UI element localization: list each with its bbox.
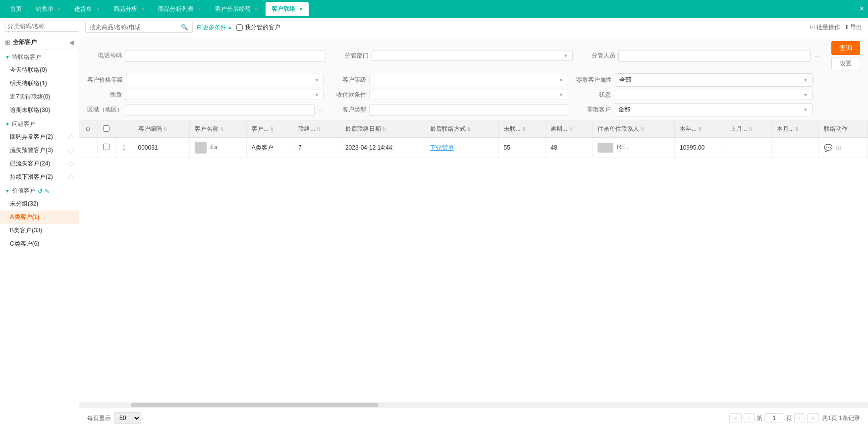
phone-input[interactable]: [125, 50, 326, 62]
sidebar-all-customers-label: 全部客户: [13, 38, 69, 47]
row-contact-count: 7: [293, 138, 340, 158]
query-button[interactable]: 查询: [831, 41, 860, 55]
manager-input[interactable]: [618, 50, 811, 62]
close-analysis-list-icon[interactable]: ×: [198, 6, 201, 12]
sidebar-item-tomorrow[interactable]: 明天待联络(1): [0, 77, 79, 90]
close-sales-icon[interactable]: ×: [57, 6, 60, 12]
scrollbar-thumb[interactable]: [131, 403, 379, 407]
grid-action-icon[interactable]: ⊞: [835, 144, 841, 152]
sidebar-section-problem[interactable]: ▼ 问题客户: [0, 117, 79, 130]
filter-dept: 分管部门 ▼: [334, 51, 573, 61]
close-purchase-icon[interactable]: ×: [96, 6, 99, 12]
payment-select[interactable]: ▼: [369, 90, 568, 100]
sort-last-method-icon[interactable]: ⇅: [467, 127, 471, 132]
sort-overdue-icon[interactable]: ⇅: [569, 127, 573, 132]
nature-select[interactable]: ▼: [125, 90, 324, 100]
export-icon: ⬆: [844, 24, 849, 31]
horizontal-scrollbar[interactable]: [79, 402, 868, 408]
filter-nature: 性质 ▼: [87, 90, 324, 100]
row-checkbox[interactable]: [103, 144, 109, 150]
main-container: 🔍 ⊞ 全部客户 ◀ ▼ 待联络客户 今天待联络(0) 明天待联络(1) 近7天…: [0, 18, 868, 428]
my-customers-filter[interactable]: 我分管的客户: [236, 23, 280, 32]
price-level-select[interactable]: ▼: [126, 75, 324, 85]
sidebar-item-class-a[interactable]: A类客户(1): [0, 211, 79, 224]
more-conditions-btn[interactable]: ⊟ 更多条件 ▲: [197, 23, 232, 32]
sidebar-item-today[interactable]: 今天待联络(0): [0, 63, 79, 77]
sidebar-item-class-b[interactable]: B类客户(33): [0, 224, 79, 237]
row-actions-cell: 💬 ⊞: [819, 138, 868, 158]
sidebar-section-pending[interactable]: ▼ 待联络客户: [0, 50, 79, 63]
sort-contact-icon[interactable]: ⇅: [317, 127, 321, 132]
first-page-btn[interactable]: «: [729, 413, 742, 423]
phone-label: 电话号码: [87, 52, 122, 60]
nav-item-sales[interactable]: 销售单 ×: [30, 2, 66, 16]
batch-ops-btn[interactable]: ☑ 批量操作: [810, 23, 840, 32]
sidebar-collapse-icon[interactable]: ◀: [69, 39, 74, 46]
col-name: 客户名称 ⇅: [190, 121, 247, 138]
sidebar-item-abnormal[interactable]: 回购异常客户(2) ⓘ: [0, 130, 79, 144]
search-icon[interactable]: 🔍: [181, 24, 188, 31]
sort-name-icon[interactable]: ⇅: [220, 127, 224, 132]
settings-button[interactable]: 设置: [831, 57, 860, 70]
sort-code-icon[interactable]: ⇅: [163, 127, 167, 132]
nav-item-customer-mgmt[interactable]: 客户分层经营 ×: [209, 2, 264, 16]
sort-last-date-icon[interactable]: ⇅: [382, 127, 386, 132]
sidebar-search-input[interactable]: [4, 21, 79, 32]
close-customer-contact-icon[interactable]: ×: [299, 6, 302, 12]
region-dots-icon[interactable]: ···: [319, 107, 324, 113]
sort-unit-contact-icon[interactable]: ⇅: [641, 127, 645, 132]
manager-dots-icon[interactable]: ···: [814, 53, 819, 59]
nav-item-analysis[interactable]: 商品分析 ×: [108, 2, 150, 16]
page-size-select[interactable]: 50 100 200: [114, 412, 141, 424]
close-analysis-icon[interactable]: ×: [141, 6, 144, 12]
sort-level-icon[interactable]: ⇅: [270, 127, 274, 132]
sidebar-item-overdue[interactable]: 逾期未联络(30): [0, 104, 79, 117]
sidebar-item-warn[interactable]: 流失预警客户(3) ⓘ: [0, 144, 79, 157]
sidebar-item-declining[interactable]: 持续下滑客户(2) ⓘ: [0, 170, 79, 184]
nav-item-purchase[interactable]: 进货单 ×: [68, 2, 105, 16]
sidebar-item-ungrouped[interactable]: 未分组(32): [0, 197, 79, 211]
row-last-date: 2023-04-12 14:44:: [340, 138, 425, 158]
nav-item-home[interactable]: 首页: [4, 2, 28, 16]
sidebar-item-7days[interactable]: 近7天待联络(0): [0, 90, 79, 104]
search-input[interactable]: [90, 24, 179, 31]
payment-chevron-icon: ▼: [559, 92, 564, 98]
col-overdue-label: 逾期...: [550, 125, 567, 133]
select-all-checkbox[interactable]: [103, 125, 109, 132]
status-select[interactable]: ▼: [614, 90, 813, 100]
region-input[interactable]: [126, 104, 315, 116]
chat-icon[interactable]: 💬: [824, 144, 832, 152]
level-chevron-icon: ▼: [559, 77, 564, 83]
next-page-btn[interactable]: ›: [794, 413, 805, 423]
sort-this-month-icon[interactable]: ⇅: [795, 127, 799, 132]
edit-value-icon[interactable]: ✎: [45, 188, 50, 195]
export-btn[interactable]: ⬆ 导出: [844, 23, 862, 32]
table-row: 1 000031 Ea A类客户 7: [79, 138, 868, 158]
close-customer-mgmt-icon[interactable]: ×: [255, 6, 258, 12]
filter-retail-attr: 零散客户属性 全部 ▼: [576, 73, 813, 87]
retail-attr-select[interactable]: 全部 ▼: [615, 73, 813, 87]
customer-level-select[interactable]: ▼: [369, 75, 568, 85]
nav-item-customer-contact[interactable]: 客户联络 ×: [266, 2, 308, 16]
sort-this-year-icon[interactable]: ⇅: [698, 127, 702, 132]
customer-type-input[interactable]: [369, 104, 568, 116]
close-all-tabs-icon[interactable]: ×: [860, 4, 864, 13]
per-page-label: 每页显示: [87, 414, 111, 423]
sort-no-contact-icon[interactable]: ⇅: [522, 127, 526, 132]
retail-customer-select[interactable]: 全部 ▼: [614, 103, 813, 116]
settings-icon[interactable]: ⚙: [85, 126, 91, 133]
last-page-btn[interactable]: »: [807, 413, 819, 423]
sidebar-item-lost[interactable]: 已流失客户(24) ⓘ: [0, 157, 79, 170]
top-nav: 首页 销售单 × 进货单 × 商品分析 × 商品分析列表 × 客户分层经营 × …: [0, 0, 868, 18]
col-this-year-label: 本年...: [680, 125, 697, 133]
prev-page-btn[interactable]: ‹: [744, 413, 755, 423]
nav-item-analysis-list[interactable]: 商品分析列表 ×: [152, 2, 207, 16]
col-last-date-label: 最后联络日期: [345, 125, 381, 133]
page-input[interactable]: [764, 413, 784, 423]
refresh-icon[interactable]: ↺: [38, 188, 43, 195]
sidebar-section-value[interactable]: ▼ 价值客户 ↺ ✎: [0, 184, 79, 197]
my-customers-checkbox[interactable]: [236, 24, 243, 31]
sort-last-month-icon[interactable]: ⇅: [749, 127, 753, 132]
dept-select[interactable]: ▼: [372, 51, 573, 61]
sidebar-item-class-c[interactable]: C类客户(6): [0, 237, 79, 251]
